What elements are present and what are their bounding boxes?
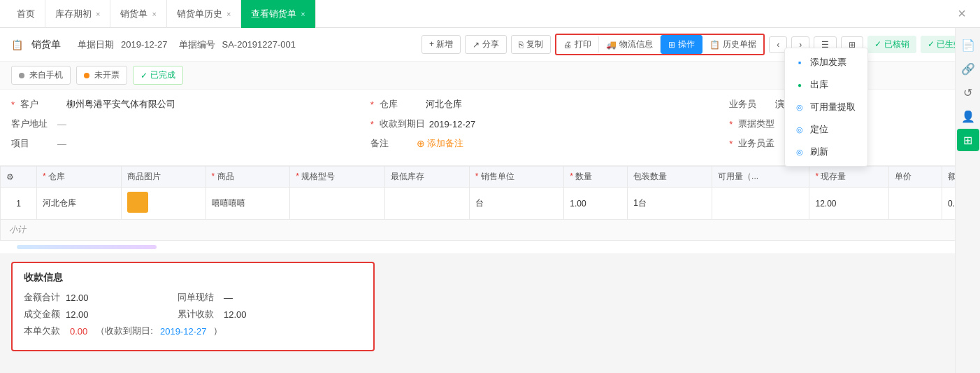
phone-status-dot [19, 73, 24, 78]
print-icon: 🖨 [563, 40, 572, 50]
refresh-icon: ◎ [795, 147, 805, 157]
print-button[interactable]: 🖨 打印 [556, 36, 599, 53]
address-field: 客户地址 — [11, 118, 354, 130]
doc-type-icon: 📋 [11, 39, 23, 50]
locate-icon: ◎ [795, 125, 805, 134]
operation-icon: ⊞ [668, 40, 675, 50]
col-available-header: 可用量（... [712, 167, 809, 188]
ticket-status-dot [84, 73, 89, 78]
sidebar-icon-link[interactable]: 🔗 [957, 57, 979, 80]
check-icon: ✓ [874, 39, 881, 49]
sidebar-icon-refresh[interactable]: ↺ [957, 81, 979, 104]
dropdown-item-available-qty[interactable]: ◎ 可用量提取 [785, 96, 867, 118]
payment-title: 收款信息 [24, 272, 362, 284]
scroll-hint-bar[interactable] [17, 245, 157, 249]
same-order-item: 同单现结 — [178, 291, 303, 304]
history-icon: 📋 [709, 40, 720, 50]
project-value: — [57, 139, 66, 149]
dropdown-item-add-invoice[interactable]: ▪ 添加发票 [785, 51, 867, 73]
table-header-row: ⚙ * 仓库 商品图片 * 商品 * 规格型号 最低库存 * 销售单位 * 数量… [1, 167, 980, 188]
col-product-header: * 商品 [206, 167, 290, 188]
doc-number-label: 单据编号 SA-20191227-001 [179, 38, 296, 51]
row-stock: 12.00 [809, 188, 888, 220]
col-sales-unit-header: * 销售单位 [469, 167, 564, 188]
plus-icon: ⊕ [417, 138, 425, 149]
tab-sales-order-close[interactable]: × [152, 10, 156, 18]
col-warehouse-header: * 仓库 [37, 167, 122, 188]
doc-date-value: 2019-12-27 [121, 39, 168, 50]
dropdown-item-locate[interactable]: ◎ 定位 [785, 118, 867, 141]
dropdown-item-refresh[interactable]: ◎ 刷新 [785, 141, 867, 163]
row-sales-unit: 台 [469, 188, 564, 220]
doc-date-label: 单据日期 2019-12-27 [78, 38, 168, 51]
row-product: 嘻嘻嘻嘻 [206, 188, 290, 220]
tab-inventory-init[interactable]: 库存期初 × [45, 0, 110, 28]
col-quantity-header: * 数量 [564, 167, 628, 188]
right-sidebar: 📄 🔗 ↺ 👤 ⊞ [955, 28, 980, 373]
col-unit-price-header: 单价 [888, 167, 942, 188]
history-button[interactable]: 📋 历史单据 [702, 36, 763, 53]
copy-button[interactable]: ⎘ 复制 [511, 35, 551, 54]
available-qty-icon: ◎ [795, 102, 805, 112]
not-open-ticket-button[interactable]: 未开票 [76, 66, 127, 85]
subtotal-row: 小计 [1, 220, 980, 241]
row-available [712, 188, 809, 220]
sidebar-icon-user[interactable]: 👤 [957, 105, 979, 127]
col-setting: ⚙ [1, 167, 37, 188]
share-button[interactable]: ↗ 分享 [465, 35, 507, 54]
row-pkg-qty: 1台 [628, 188, 712, 220]
row-quantity: 1.00 [564, 188, 628, 220]
operation-button[interactable]: ⊞ 操作 [661, 35, 702, 54]
toolbar-right: + 新增 ↗ 分享 ⎘ 复制 🖨 打印 🚚 物流信息 ⊞ [421, 34, 969, 55]
cumulative-item: 累计收款 12.00 [178, 308, 303, 321]
tab-home[interactable]: 首页 [7, 0, 45, 28]
product-image [127, 192, 148, 213]
same-order-value: — [224, 293, 233, 303]
due-date-field: * 收款到期日 2019-12-27 [370, 118, 713, 130]
remark-field: 备注 ⊕ 添加备注 [370, 137, 713, 150]
doc-type-label: 销货单 [31, 38, 61, 51]
tab-sales-order[interactable]: 销货单 × [110, 0, 166, 28]
tab-sales-history-close[interactable]: × [226, 10, 231, 18]
table-container: ⚙ * 仓库 商品图片 * 商品 * 规格型号 最低库存 * 销售单位 * 数量… [0, 166, 980, 253]
share-icon: ↗ [473, 40, 480, 50]
add-button[interactable]: + 新增 [421, 35, 461, 54]
logistics-button[interactable]: 🚚 物流信息 [599, 36, 661, 53]
total-amount-item: 金额合计 12.00 [24, 291, 150, 304]
tab-sales-history[interactable]: 销货单历史 × [167, 0, 241, 28]
sidebar-icon-chart[interactable]: ⊞ [957, 129, 979, 151]
table-row: 1 河北仓库 嘻嘻嘻嘻 台 1.00 1台 12.00 0. [1, 188, 980, 220]
owe-value: 0.00 [70, 326, 87, 337]
truck-icon: 🚚 [606, 40, 617, 50]
confirm-icon: ✓ [140, 71, 147, 80]
payment-row-1: 金额合计 12.00 同单现结 — [24, 291, 362, 304]
from-phone-button[interactable]: 来自手机 [11, 66, 71, 85]
col-stock-header: * 现存量 [809, 167, 888, 188]
sidebar-icon-doc[interactable]: 📄 [957, 34, 979, 56]
customer-field: * 客户 柳州粤港平安气体有限公司 [11, 98, 354, 111]
add-invoice-icon: ▪ [795, 57, 805, 67]
row-min-stock [384, 188, 469, 220]
dropdown-item-outbound[interactable]: ● 出库 [785, 73, 867, 96]
add-remark-button[interactable]: ⊕ 添加备注 [417, 137, 463, 150]
project-field: 项目 — [11, 137, 354, 150]
operation-dropdown: ▪ 添加发票 ● 出库 ◎ 可用量提取 ◎ 定位 ◎ 刷新 [784, 48, 868, 167]
total-amount-value: 12.00 [66, 293, 89, 303]
payment-info-box: 收款信息 金额合计 12.00 同单现结 — 成交金额 12.00 累计收款 1… [11, 262, 375, 351]
doc-meta: 单据日期 2019-12-27 单据编号 SA-20191227-001 [78, 38, 296, 51]
col-product-img-header: 商品图片 [121, 167, 206, 188]
copy-icon: ⎘ [519, 40, 524, 50]
tab-view-sales-close[interactable]: × [301, 10, 305, 18]
row-product-img [121, 188, 206, 220]
payment-row-3: 本单欠款 0.00 （收款到期日: 2019-12-27 ） [24, 325, 362, 337]
tab-view-sales[interactable]: 查看销货单 × [241, 0, 315, 28]
confirm-button[interactable]: ✓ 已完成 [133, 66, 183, 85]
due-date-value: 2019-12-27 [429, 119, 476, 129]
tab-inventory-init-close[interactable]: × [96, 10, 100, 18]
payment-row-2: 成交金额 12.00 累计收款 12.00 [24, 308, 362, 321]
transaction-amount-item: 成交金额 12.00 [24, 308, 150, 321]
address-value: — [57, 119, 66, 129]
outbound-icon: ● [795, 80, 805, 90]
window-close-button[interactable]: × [951, 6, 973, 22]
due-hint-date: 2019-12-27 [160, 326, 207, 337]
